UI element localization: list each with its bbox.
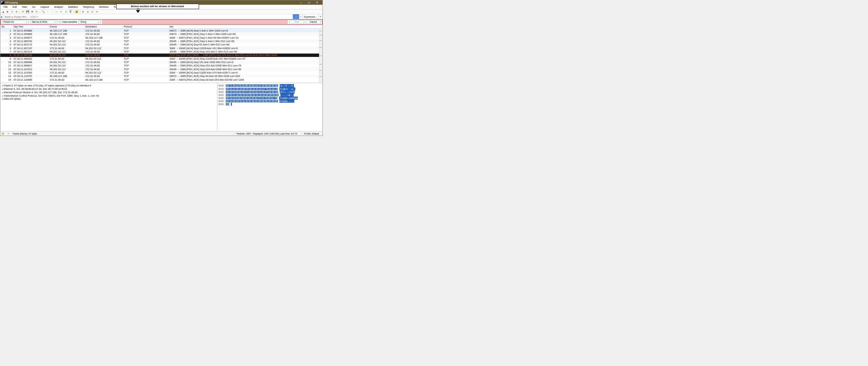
- status-left: Frame (frame), 97 bytes: [13, 133, 37, 135]
- zoom-out-icon[interactable]: ⊖: [86, 10, 90, 14]
- apply-filter-button[interactable]: →: [293, 14, 299, 19]
- col-info[interactable]: Info: [168, 25, 322, 28]
- menu-view[interactable]: View: [19, 5, 29, 9]
- auto-scroll-icon[interactable]: ≣: [68, 10, 72, 14]
- capture-options-icon[interactable]: ✲: [15, 10, 19, 14]
- menu-statistics[interactable]: Statistics: [65, 5, 80, 9]
- menu-edit[interactable]: Edit: [10, 5, 19, 9]
- table-row[interactable]: 307:16:11.059077172.31.46.8246.183.117.1…: [0, 36, 322, 39]
- tree-item[interactable]: Frame 2: 97 bytes on wire (776 bits), 97…: [2, 84, 215, 87]
- table-row[interactable]: 1207:16:11.10151294.201.52.112172.31.46.…: [0, 67, 322, 71]
- close-file-icon[interactable]: ✖: [30, 10, 34, 14]
- hex-row[interactable]: 004000 43 6f 6f 6b 69 65 3a 20 6d 73 74 …: [218, 97, 321, 100]
- go-first-icon[interactable]: ⇱: [59, 10, 63, 14]
- search-text-input[interactable]: [102, 20, 288, 24]
- table-row[interactable]: 1007:16:11.08898494.201.52.112172.31.46.…: [0, 60, 322, 64]
- find-button[interactable]: Find: [289, 20, 304, 24]
- table-row[interactable]: 1107:16:11.08981794.201.52.112172.31.46.…: [0, 64, 322, 67]
- table-row[interactable]: 707:16:11.08721494.201.52.112172.31.46.8…: [0, 50, 322, 53]
- close-button[interactable]: ✕: [313, 1, 321, 4]
- save-file-icon[interactable]: 💾: [26, 10, 29, 14]
- hex-row[interactable]: 001000 53 c4 29 40 00 65 06 d2 94 2e b7 …: [218, 87, 321, 90]
- menu-wireless[interactable]: Wireless: [97, 5, 111, 9]
- menu-analyze[interactable]: Analyze: [52, 5, 65, 9]
- table-row[interactable]: 107:16:11.05388646.183.117.188172.31.46.…: [0, 29, 322, 32]
- hex-row[interactable]: 000006 71 09 cb f8 02 06 48 80 e6 d7 20 …: [218, 84, 321, 87]
- table-row[interactable]: 607:16:11.087197172.31.46.8294.201.52.11…: [0, 46, 322, 50]
- go-back-icon[interactable]: ←: [46, 10, 50, 14]
- col-source[interactable]: Source: [48, 25, 84, 28]
- col-time[interactable]: Day Time: [12, 25, 48, 28]
- window-title: DP2.pcapng: [5, 1, 18, 4]
- table-row[interactable]: 507:16:11.08717294.201.52.112172.31.46.8…: [0, 43, 322, 46]
- display-filter-input[interactable]: [3, 14, 293, 19]
- restart-capture-icon[interactable]: ↻: [10, 10, 14, 14]
- tree-item[interactable]: Internet Protocol Version 4, Src: 46.183…: [2, 91, 215, 94]
- display-filter-bar: ▮ → ▾ Expression... +: [0, 14, 322, 19]
- go-forward-icon[interactable]: →: [50, 10, 54, 14]
- table-row[interactable]: 807:16:11.08728694.201.52.112172.31.46.8…: [0, 54, 322, 57]
- filter-bookmark-icon[interactable]: ▮: [0, 14, 3, 19]
- zoom-reset-icon[interactable]: ⊜: [91, 10, 94, 14]
- table-row[interactable]: 1407:16:11.11679746.183.117.188172.31.46…: [0, 75, 322, 78]
- find-packet-icon[interactable]: 🔍: [41, 10, 45, 14]
- filter-history-dropdown[interactable]: ▾: [299, 14, 302, 19]
- annotation-callout: Below section will be shown in Wireshark: [116, 4, 199, 9]
- arrow-head-icon: [136, 10, 140, 13]
- status-packets: Packets: 1097 · Displayed: 1097 (100.0%)…: [234, 133, 299, 135]
- maximize-button[interactable]: ▭: [305, 1, 313, 4]
- hex-row[interactable]: 005068 3d 68 65 6c 6c 6f 0d 0a 01 00 08 …: [218, 100, 321, 103]
- status-profile[interactable]: Profile: Default: [302, 133, 321, 135]
- packet-list[interactable]: 107:16:11.05388646.183.117.188172.31.46.…: [0, 29, 322, 83]
- statusbar: ✎ Frame (frame), 97 bytes Packets: 1097 …: [0, 131, 322, 136]
- col-no[interactable]: No: [0, 25, 12, 28]
- minimize-button[interactable]: —: [297, 1, 305, 4]
- main-toolbar: ◢ ■ ↻ ✲ 📂 💾 ✖ ⟳ 🔍 ← → ⇨ ⇱ ⇲ ≣ ▦ ⊕ ⊖ ⊜ ⇹: [0, 9, 322, 15]
- hex-row[interactable]: 003004 02 b1 a0 00 00 03 00 00 2b 26 e0 …: [218, 94, 321, 97]
- colorize-icon[interactable]: ▦: [75, 10, 79, 14]
- tree-item[interactable]: Transmission Control Protocol, Src Port:…: [2, 94, 215, 98]
- open-file-icon[interactable]: 📂: [21, 10, 25, 14]
- tree-item[interactable]: Data (43 bytes): [2, 97, 215, 101]
- packet-details-pane[interactable]: Frame 2: 97 bytes on wire (776 bits), 97…: [0, 83, 217, 131]
- start-capture-icon[interactable]: ◢: [1, 10, 5, 14]
- zoom-in-icon[interactable]: ⊕: [81, 10, 85, 14]
- table-row[interactable]: 1307:16:11.101552172.31.46.8294.201.52.1…: [0, 71, 322, 74]
- menu-capture[interactable]: Capture: [38, 5, 52, 9]
- find-packet-bar: Packet list▾ Narrow & Wide▾ Case sensiti…: [0, 19, 322, 25]
- table-row[interactable]: 1507:16:11.120985172.31.46.8246.183.117.…: [0, 78, 322, 81]
- menu-telephony[interactable]: Telephony: [80, 5, 97, 9]
- expression-button[interactable]: Expression...: [302, 14, 318, 19]
- menu-file[interactable]: File: [1, 5, 10, 9]
- col-destination[interactable]: Destination: [84, 25, 122, 28]
- menu-go[interactable]: Go: [29, 5, 38, 9]
- expert-info-icon[interactable]: [2, 133, 4, 135]
- table-row[interactable]: 407:16:11.08678294.201.52.112172.31.46.8…: [0, 39, 322, 43]
- wireshark-icon: [1, 1, 4, 4]
- scrollbar[interactable]: [319, 29, 322, 83]
- case-sensitive-checkbox[interactable]: Case sensitive: [59, 21, 77, 23]
- table-row[interactable]: 907:16:11.088342172.31.46.8294.201.52.11…: [0, 57, 322, 60]
- search-scope-combo[interactable]: Packet list▾: [2, 20, 29, 24]
- go-to-packet-icon[interactable]: ⇨: [55, 10, 59, 14]
- hex-row[interactable]: 00202e 52 fd 69 0d 3d c7 a9 b5 de 21 e9 …: [218, 90, 321, 94]
- packet-bytes-pane[interactable]: 000006 71 09 cb f8 02 06 48 80 e6 d7 20 …: [217, 83, 322, 131]
- search-charset-combo[interactable]: Narrow & Wide▾: [31, 20, 57, 24]
- table-row[interactable]: 207:16:11.05388646.183.117.188172.31.46.…: [0, 32, 322, 36]
- hex-row[interactable]: 006000.: [218, 103, 321, 106]
- search-type-combo[interactable]: String▾: [79, 20, 100, 24]
- tree-item[interactable]: Ethernet II, Src: 06:48:80:e6:d7:20, Dst…: [2, 87, 215, 91]
- col-protocol[interactable]: Protocol: [122, 25, 168, 28]
- cancel-find-button[interactable]: Cancel: [306, 20, 321, 24]
- menubar: File Edit View Go Capture Analyze Statis…: [0, 5, 322, 9]
- add-filter-button[interactable]: +: [318, 14, 322, 19]
- stop-capture-icon[interactable]: ■: [6, 10, 9, 14]
- reload-icon[interactable]: ⟳: [35, 10, 39, 14]
- resize-columns-icon[interactable]: ⇹: [95, 10, 99, 14]
- edit-capture-comment-icon[interactable]: ✎: [6, 132, 10, 136]
- go-last-icon[interactable]: ⇲: [64, 10, 68, 14]
- packet-list-header[interactable]: No Day Time Source Destination Protocol …: [0, 25, 322, 29]
